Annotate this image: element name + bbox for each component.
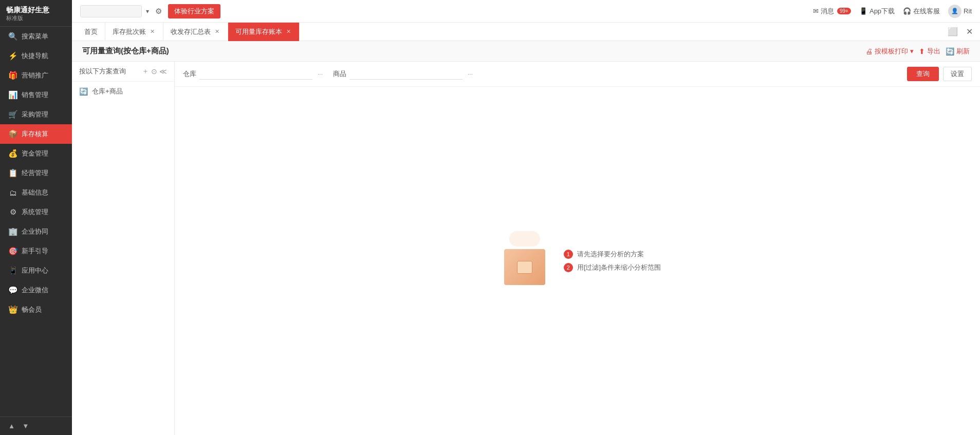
user-avatar-text: 👤	[951, 8, 958, 14]
tab-available-account[interactable]: 可用量库存账本 ✕	[228, 23, 300, 41]
warehouse-more-btn[interactable]: ···	[316, 70, 325, 78]
export-label: 导出	[927, 47, 940, 56]
topbar-left: ▾ ⚙ 体验行业方案	[80, 4, 220, 18]
filter-collapse-btn[interactable]: ≪	[159, 67, 167, 76]
goods-filter-input[interactable]	[349, 68, 463, 80]
warehouse-filter-input[interactable]	[199, 68, 312, 80]
tab-home-label: 首页	[84, 27, 98, 36]
sidebar-icon-basic: 🗂	[8, 188, 17, 197]
sidebar-scroll-up-btn[interactable]: ▲	[6, 421, 17, 431]
sidebar-item-wechat[interactable]: 💬企业微信	[0, 280, 72, 300]
export-icon: ⬆	[919, 47, 925, 55]
filter-panel-label: 按以下方案查询	[79, 67, 126, 76]
tabbar-maximize-btn[interactable]: ⬜	[945, 26, 961, 37]
sidebar-icon-enterprise: 🏢	[8, 227, 17, 236]
sidebar-label-shortcut: 快捷导航	[22, 51, 48, 61]
sidebar-label-system: 系统管理	[22, 207, 48, 217]
sidebar-item-enterprise[interactable]: 🏢企业协同	[0, 222, 72, 241]
filter-item-label: 仓库+商品	[92, 87, 123, 96]
sidebar-label-guide: 新手引导	[22, 247, 48, 256]
filter-header-actions: ＋ ⊙ ≪	[142, 67, 167, 76]
empty-center-content: 1 请先选择要分析的方案 2 用[过滤]条件来缩小分析范围	[494, 229, 661, 293]
empty-hint-1: 1 请先选择要分析的方案	[564, 250, 661, 259]
sidebar-icon-sales: 📊	[8, 90, 17, 100]
sidebar-icon-purchase: 🛒	[8, 110, 17, 119]
filter-add-btn[interactable]: ＋	[142, 67, 149, 76]
filter-settings-btn[interactable]: ⊙	[151, 67, 157, 76]
tab-batch-account-close[interactable]: ✕	[149, 28, 156, 35]
main-container: ▾ ⚙ 体验行业方案 ✉ 消息 99+ 📱 App下载 🎧 在线客服 👤	[72, 0, 980, 435]
tab-available-account-label: 可用量库存账本	[235, 27, 282, 36]
template-print-label: 按模板打印	[875, 47, 908, 56]
topbar-online-service[interactable]: 🎧 在线客服	[903, 7, 940, 16]
sidebar-item-finance[interactable]: 💰资金管理	[0, 144, 72, 163]
tab-collect-summary-close[interactable]: ✕	[214, 28, 220, 35]
tab-collect-summary[interactable]: 收发存汇总表 ✕	[163, 23, 228, 41]
sidebar-icon-shortcut: ⚡	[8, 51, 17, 61]
sidebar-icon-guide: 🎯	[8, 247, 17, 256]
topbar-dropdown-btn[interactable]: ▾	[146, 8, 149, 15]
sidebar-item-sales[interactable]: 📊销售管理	[0, 85, 72, 105]
sidebar-icon-system: ⚙	[8, 207, 17, 217]
sidebar-label-marketing: 营销推广	[22, 71, 48, 80]
sidebar-item-operations[interactable]: 📋经营管理	[0, 163, 72, 183]
empty-state: 1 请先选择要分析的方案 2 用[过滤]条件来缩小分析范围	[175, 87, 980, 435]
sidebar-scroll: 🔍搜索菜单⚡快捷导航🎁营销推广📊销售管理🛒采购管理📦库存核算💰资金管理📋经营管理…	[0, 27, 72, 417]
tab-home[interactable]: 首页	[74, 23, 105, 41]
export-btn[interactable]: ⬆ 导出	[919, 47, 940, 56]
query-btn[interactable]: 查询	[907, 67, 939, 81]
app-download-label: App下载	[870, 7, 895, 16]
tabbar-actions: ⬜ ✕	[945, 26, 980, 37]
page-title: 可用量查询(按仓库+商品)	[82, 46, 169, 56]
filter-item-warehouse-goods[interactable]: 🔄 仓库+商品	[72, 82, 174, 101]
settings-right-btn[interactable]: 设置	[943, 67, 972, 81]
hint-num-1: 1	[564, 250, 573, 259]
sidebar-scroll-down-btn[interactable]: ▼	[20, 421, 31, 431]
tab-batch-account[interactable]: 库存批次账 ✕	[105, 23, 163, 41]
sidebar-item-member[interactable]: 👑畅会员	[0, 300, 72, 319]
topbar-app-download[interactable]: 📱 App下载	[859, 7, 895, 16]
tab-collect-summary-label: 收发存汇总表	[171, 27, 211, 36]
empty-hints: 1 请先选择要分析的方案 2 用[过滤]条件来缩小分析范围	[564, 250, 661, 272]
topbar-settings-btn[interactable]: ⚙	[153, 5, 164, 18]
sidebar-item-system[interactable]: ⚙系统管理	[0, 202, 72, 222]
topbar-industry-btn[interactable]: 体验行业方案	[168, 4, 220, 18]
sidebar-item-apps[interactable]: 📱应用中心	[0, 261, 72, 280]
message-icon: ✉	[813, 7, 819, 15]
refresh-btn[interactable]: 🔄 刷新	[946, 47, 970, 56]
empty-illustration	[494, 229, 556, 285]
page-header-actions: 🖨 按模板打印 ▾ ⬆ 导出 🔄 刷新	[865, 47, 970, 56]
sidebar-icon-inventory: 📦	[8, 129, 17, 139]
sidebar-item-search[interactable]: 🔍搜索菜单	[0, 27, 72, 46]
topbar-search-input[interactable]	[80, 5, 142, 17]
refresh-label: 刷新	[956, 47, 970, 56]
sidebar-footer: ▲ ▼	[0, 417, 72, 435]
warehouse-filter-group: 仓库 ···	[183, 68, 325, 80]
topbar: ▾ ⚙ 体验行业方案 ✉ 消息 99+ 📱 App下载 🎧 在线客服 👤	[72, 0, 980, 23]
sidebar-item-purchase[interactable]: 🛒采购管理	[0, 105, 72, 124]
sidebar-item-guide[interactable]: 🎯新手引导	[0, 241, 72, 261]
sidebar-item-inventory[interactable]: 📦库存核算	[0, 124, 72, 144]
tabbar: 首页 库存批次账 ✕ 收发存汇总表 ✕ 可用量库存账本 ✕ ⬜ ✕	[72, 23, 980, 41]
hint-1-text: 请先选择要分析的方案	[577, 250, 644, 259]
template-print-dropdown-icon[interactable]: ▾	[910, 47, 914, 55]
sidebar-icon-operations: 📋	[8, 168, 17, 178]
sidebar-label-enterprise: 企业协同	[22, 227, 48, 236]
hint-num-2: 2	[564, 263, 573, 272]
sidebar-label-operations: 经营管理	[22, 168, 48, 178]
sidebar-label-wechat: 企业微信	[22, 286, 48, 295]
sidebar-icon-finance: 💰	[8, 149, 17, 158]
goods-more-btn[interactable]: ···	[466, 70, 475, 78]
sidebar-label-inventory: 库存核算	[22, 129, 48, 139]
sidebar-item-basic[interactable]: 🗂基础信息	[0, 183, 72, 202]
topbar-user[interactable]: 👤 Rit	[948, 5, 972, 18]
topbar-message[interactable]: ✉ 消息 99+	[813, 7, 851, 16]
template-print-btn[interactable]: 🖨 按模板打印 ▾	[865, 47, 914, 56]
filter-panel-header: 按以下方案查询 ＋ ⊙ ≪	[72, 62, 174, 82]
sidebar-item-marketing[interactable]: 🎁营销推广	[0, 66, 72, 85]
tabbar-close-all-btn[interactable]: ✕	[963, 26, 976, 37]
tab-batch-account-label: 库存批次账	[113, 27, 146, 36]
empty-cloud	[509, 231, 540, 247]
tab-available-account-close[interactable]: ✕	[285, 28, 292, 35]
sidebar-item-shortcut[interactable]: ⚡快捷导航	[0, 46, 72, 66]
